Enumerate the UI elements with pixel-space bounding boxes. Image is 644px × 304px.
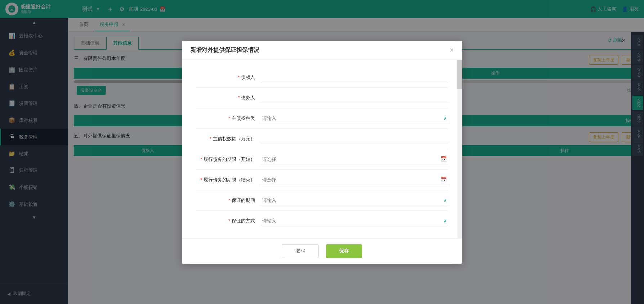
- modal-body: * 债权人 * 债务人 * 主债权种类: [182, 60, 462, 238]
- obligation-start-cal-icon[interactable]: 📅: [440, 156, 448, 162]
- field-debtor-label: * 债务人: [196, 95, 261, 101]
- guarantee-period-dropdown-icon[interactable]: ∨: [443, 197, 448, 203]
- field-guarantee-period-input[interactable]: [261, 195, 443, 205]
- field-guarantee-period-label: * 保证的期间: [196, 197, 261, 204]
- field-obligation-end-input[interactable]: [261, 175, 440, 185]
- debt-type-dropdown-icon[interactable]: ∨: [443, 115, 448, 121]
- modal-overlay: 新增对外提供保证担保情况 × * 债权人 * 债务人: [0, 0, 644, 304]
- field-guarantee-method-select-wrap: ∨: [261, 216, 448, 226]
- field-obligation-start-date-wrap: 📅: [261, 154, 448, 164]
- field-obligation-end-label: * 履行债务的期限（结束）: [196, 177, 261, 183]
- field-debt-type-row: * 主债权种类 ∨: [196, 108, 448, 129]
- field-debt-type-select-wrap: ∨: [261, 113, 448, 123]
- field-guarantee-method-input[interactable]: [261, 216, 443, 226]
- modal-close-btn[interactable]: ×: [450, 46, 454, 54]
- modal-header: 新增对外提供保证担保情况 ×: [182, 41, 462, 60]
- modal-scroll-thumb: [457, 60, 462, 89]
- field-creditor-input[interactable]: [261, 72, 448, 82]
- cancel-button[interactable]: 取消: [282, 244, 319, 258]
- field-guarantee-period-select-wrap: ∨: [261, 195, 448, 205]
- field-guarantee-method-row: * 保证的方式 ∨: [196, 211, 448, 231]
- field-obligation-start-label: * 履行债务的期限（开始）: [196, 156, 261, 163]
- guarantee-method-dropdown-icon[interactable]: ∨: [443, 218, 448, 223]
- field-guarantee-period-row: * 保证的期间 ∨: [196, 190, 448, 211]
- field-creditor-row: * 债权人: [196, 67, 448, 88]
- field-obligation-start-input[interactable]: [261, 154, 440, 164]
- field-debt-type-label: * 主债权种类: [196, 115, 261, 122]
- field-debt-amount-input[interactable]: [261, 134, 448, 144]
- field-debtor-input[interactable]: [261, 93, 448, 103]
- field-obligation-start-row: * 履行债务的期限（开始） 📅: [196, 149, 448, 170]
- field-guarantee-method-label: * 保证的方式: [196, 218, 261, 224]
- field-obligation-end-date-wrap: 📅: [261, 175, 448, 185]
- modal-footer: 取消 保存: [182, 238, 462, 264]
- modal-scroll-track[interactable]: [457, 60, 462, 239]
- modal-dialog: 新增对外提供保证担保情况 × * 债权人 * 债务人: [182, 41, 462, 264]
- field-debt-amount-row: * 主债权数额（万元）: [196, 129, 448, 149]
- save-button[interactable]: 保存: [326, 244, 362, 258]
- modal-title: 新增对外提供保证担保情况: [190, 46, 259, 54]
- field-creditor-label: * 债权人: [196, 74, 261, 81]
- field-obligation-end-row: * 履行债务的期限（结束） 📅: [196, 170, 448, 190]
- field-debt-amount-label: * 主债权数额（万元）: [196, 136, 261, 142]
- field-debt-type-input[interactable]: [261, 113, 443, 123]
- field-debtor-row: * 债务人: [196, 88, 448, 108]
- obligation-end-cal-icon[interactable]: 📅: [440, 177, 448, 182]
